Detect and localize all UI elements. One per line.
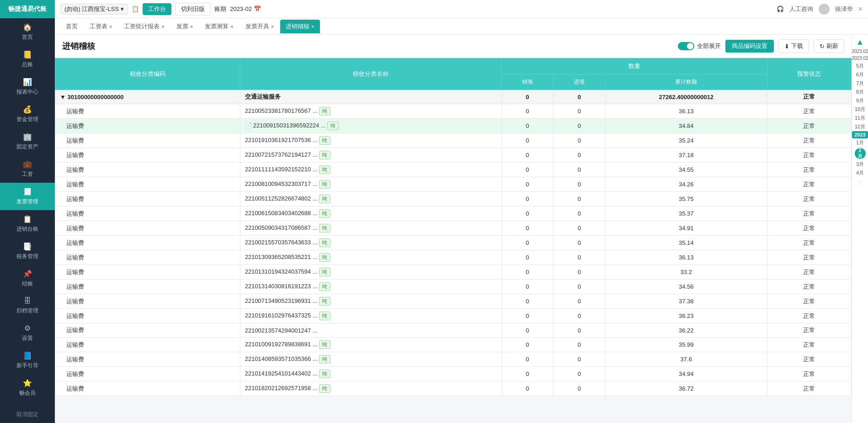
sidebar-item-vip[interactable]: ⭐ 畅会员 [0,374,55,402]
right-panel-month-1[interactable]: 1月 [852,138,868,147]
sidebar-item-finance[interactable]: 💰 资金管理 [0,100,55,128]
row-invoice: 22101419254101443402 ... 吨 [240,367,501,381]
tab-salary[interactable]: 工资表 × [84,20,117,33]
sidebar-item-settings[interactable]: ⚙ 设置 [0,319,55,347]
row-purchase: 0 [554,148,606,163]
download-button[interactable]: ⬇ 下载 [778,39,809,53]
right-panel-month-9[interactable]: 9月 [852,96,868,105]
right-panel-month-2[interactable]: 2月 [855,148,866,159]
table-row[interactable]: 运输费 22101314030816191223 ... 吨 0 0 34.56… [55,280,852,294]
table-row[interactable]: 运输费 22100511252826674802 ... 吨 0 0 35.75… [55,192,852,206]
settings-button[interactable]: 商品编码设置 [725,40,774,53]
tab-invoice[interactable]: 发票 × [171,20,198,33]
download-label: 下载 [791,42,803,50]
table-row[interactable]: 运输费 22101910361921707536 ... 吨 0 0 35.24… [55,133,852,148]
table-row[interactable]: 运输费 22101009192789838691 ... 吨 0 0 35.99… [55,338,852,352]
table-row[interactable]: 运输费 22100215570357643633 ... 吨 0 0 35.14… [55,236,852,250]
table-row[interactable]: 运输费 22101111143592152210 ... 吨 0 0 34.55… [55,163,852,177]
support-label[interactable]: 人工咨询 [789,5,813,13]
right-panel-month-7[interactable]: 7月 [852,79,868,88]
tab-invoice-issue[interactable]: 发票开具 × [240,20,279,33]
right-panel-up[interactable]: ▲ [855,37,865,48]
right-panel-month-11[interactable]: 11月 [852,114,868,122]
row-status: 正常 [767,148,851,163]
table-row[interactable]: 运输费 22101309365208535221 ... 吨 0 0 36.13… [55,250,852,265]
row-purchase: 0 [554,265,606,280]
sidebar-item-label: 资金管理 [16,116,38,123]
table-row[interactable]: 运输费 22100721573762194127 ... 吨 0 0 37.18… [55,148,852,163]
close-icon[interactable]: × [858,5,863,13]
expand-toggle[interactable] [678,42,694,50]
sidebar-item-tax[interactable]: 📑 税务管理 [0,238,55,265]
table-row[interactable]: 运输费 22101419254101443402 ... 吨 0 0 34.94… [55,367,852,381]
copy-icon[interactable]: 📋 [132,5,139,12]
workspace-button[interactable]: 工作台 [143,3,171,15]
right-panel-month-4[interactable]: 4月 [852,169,868,177]
tab-sales-check-close[interactable]: × [311,24,314,29]
table-row[interactable]: 运输费 22100810094532303717 ... 吨 0 0 34.26… [55,177,852,192]
row-invoice: 22101009192789838691 ... 吨 [240,338,501,352]
tab-invoice-calc-close[interactable]: × [230,24,233,29]
row-status: 正常 [767,352,851,367]
table-row[interactable]: 运输费 22101916102976437325 ... 吨 0 0 36.23… [55,309,852,323]
sidebar-item-salary[interactable]: 💼 工资 [0,155,55,183]
row-status: 正常 [767,323,851,338]
right-panel-month-3[interactable]: 3月 [852,160,868,169]
sidebar-item-reports[interactable]: 📊 报表中心 [0,73,55,100]
switch-version-button[interactable]: 切到旧版 [175,3,211,16]
row-cumulative: 36.22 [605,323,767,338]
tab-home[interactable]: 首页 [60,20,83,33]
table-row[interactable]: 运输费 22100213574294001247 ... 0 0 36.22 正… [55,323,852,338]
row-sales: 0 [501,381,554,396]
right-panel-month-10[interactable]: 10月 [852,105,868,114]
sidebar-item-label: 固定资产 [16,143,38,151]
assets-icon: 🏢 [23,132,32,141]
right-panel-year-top2: 2023.02 [852,55,868,62]
tab-invoice-close[interactable]: × [190,24,193,29]
calendar-icon[interactable]: 📅 [254,5,261,12]
tab-salary-stats-close[interactable]: × [161,24,164,29]
sidebar-item-assets[interactable]: 🏢 固定资产 [0,128,55,155]
sidebar-item-purchase-sales[interactable]: 📋 进销台账 [0,210,55,238]
table-row[interactable]: 运输费 📄22100915031396592224 ... 吨 0 0 34.8… [55,119,852,133]
tab-salary-stats-label: 工资统计报表 [124,22,160,31]
unit-tag: 吨 [319,238,330,247]
sidebar-item-invoice[interactable]: 🧾 发票管理 [0,183,55,210]
unit-tag: 吨 [319,209,330,218]
table-row[interactable]: 运输费 22100615083403402688 ... 吨 0 0 35.37… [55,206,852,221]
tab-invoice-calc[interactable]: 发票测算 × [199,20,239,33]
right-panel-month-6[interactable]: 6月 [852,70,868,79]
right-panel-month-12[interactable]: 12月 [852,122,868,131]
right-panel-month-8[interactable]: 8月 [852,88,868,96]
sidebar-item-archive[interactable]: 🗄 归档管理 [0,292,55,319]
refresh-button[interactable]: ↻ 刷新 [814,39,844,53]
table-row[interactable]: 运输费 22101820212692571958 ... 吨 0 0 36.72… [55,381,852,396]
table-row[interactable]: 运输费 22100523381780176567 ... 吨 0 0 36.13… [55,104,852,119]
table-row[interactable]: 运输费 22101310194324037594 ... 吨 0 0 33.2 … [55,265,852,280]
unit-tag: 吨 [327,122,339,130]
tab-salary-stats[interactable]: 工资统计报表 × [118,20,170,33]
table-row[interactable]: 运输费 22101408593571035366 ... 吨 0 0 37.6 … [55,352,852,367]
row-purchase: 0 [554,294,606,309]
sidebar-item-closing[interactable]: 📌 结账 [0,265,55,292]
right-panel-month-5[interactable]: 5月 [852,62,868,70]
tab-invoice-issue-label: 发票开具 [245,22,269,31]
tab-salary-close[interactable]: × [109,24,112,29]
tab-invoice-issue-close[interactable]: × [271,24,274,29]
row-cumulative: 33.2 [605,265,767,280]
row-name: 运输费 [55,352,240,367]
row-name: 运输费 [55,221,240,236]
sidebar-item-guide[interactable]: 📘 新手引导 [0,347,55,374]
right-panel-year-2023[interactable]: 2023 [852,131,868,138]
company-selector[interactable]: (勿动) 江西报宝-LSS ▾ [60,4,128,15]
table-row[interactable]: 运输费 22100509034317086587 ... 吨 0 0 34.91… [55,221,852,236]
row-cumulative: 34.56 [605,280,767,294]
tab-sales-check[interactable]: 进销稽核 × [280,20,320,33]
sidebar-item-ledger[interactable]: 📒 总账 [0,46,55,73]
sidebar-unpin[interactable]: 取消固定 [0,406,55,423]
row-name: 运输费 [55,265,240,280]
period-display: 账期 2023-02 📅 [214,5,261,13]
row-cumulative: 35.24 [605,133,767,148]
table-row[interactable]: 运输费 22100713490523196931 ... 吨 0 0 37.38… [55,294,852,309]
sidebar-item-home[interactable]: 🏠 首页 [0,18,55,46]
